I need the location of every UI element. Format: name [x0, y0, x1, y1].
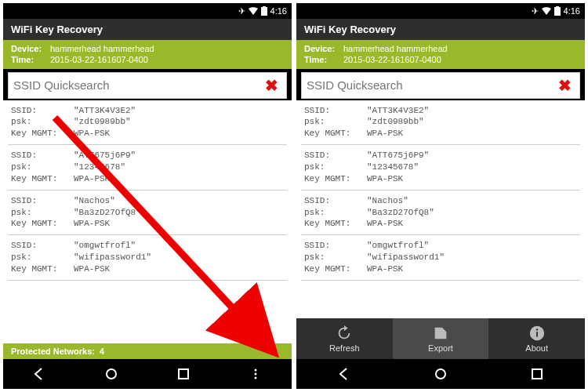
search-input[interactable] — [307, 78, 555, 92]
list-item[interactable]: SSID:"Nachos" psk:"Ba3zD27OfQ8" Key MGMT… — [301, 191, 580, 236]
battery-icon — [261, 6, 267, 16]
overflow-menu-button[interactable] — [243, 361, 268, 387]
svg-point-12 — [436, 369, 445, 379]
svg-rect-13 — [532, 369, 542, 379]
svg-rect-8 — [556, 6, 559, 8]
search-row: ✖ — [8, 72, 287, 99]
svg-rect-10 — [536, 332, 538, 336]
home-button[interactable] — [99, 361, 124, 387]
svg-point-4 — [255, 369, 257, 372]
airplane-icon: ✈ — [532, 6, 539, 16]
list-item[interactable]: SSID:"omgwtfrofl" psk:"wifipassword1" Ke… — [8, 235, 287, 281]
refresh-icon — [336, 325, 353, 342]
nav-bar — [296, 359, 585, 389]
svg-rect-7 — [554, 7, 561, 16]
status-time: 4:16 — [270, 6, 287, 16]
app-title: WiFi Key Recovery — [3, 19, 292, 40]
svg-point-11 — [535, 328, 537, 330]
wifi-icon — [542, 7, 551, 15]
status-bar: ✈ 4:16 — [3, 3, 292, 19]
device-label: Device: — [11, 43, 45, 54]
export-button[interactable]: Export — [393, 318, 489, 359]
recent-button[interactable] — [524, 361, 550, 387]
refresh-button[interactable]: Refresh — [296, 318, 393, 359]
meta-bar: Device:hammerhead hammerhead Time:2015-0… — [296, 40, 585, 69]
airplane-icon: ✈ — [238, 6, 245, 16]
device-value: hammerhead hammerhead — [343, 43, 448, 54]
list-item[interactable]: SSID:"ATT3K4V3E2" psk:"zdt0989bb" Key MG… — [8, 100, 287, 146]
search-row: ✖ — [301, 72, 580, 99]
app-title: WiFi Key Recovery — [296, 19, 585, 40]
time-value: 2015-03-22-161607-0400 — [50, 54, 148, 65]
device-value: hammerhead hammerhead — [50, 43, 154, 54]
back-button[interactable] — [27, 361, 52, 387]
network-list: SSID:"ATT3K4V3E2" psk:"zdt0989bb" Key MG… — [3, 100, 292, 343]
list-item[interactable]: SSID:"ATT675j6P9" psk:"12345678" Key MGM… — [8, 145, 287, 191]
time-label: Time: — [304, 54, 339, 65]
export-icon — [432, 325, 449, 342]
time-value: 2015-03-22-161607-0400 — [343, 54, 441, 65]
list-item[interactable]: SSID:"Nachos" psk:"Ba3zD27OfQ8" Key MGMT… — [8, 191, 287, 236]
status-time: 4:16 — [564, 6, 580, 16]
recent-button[interactable] — [171, 361, 196, 387]
svg-point-2 — [107, 369, 116, 379]
list-item[interactable]: SSID:"omgwtfrofl" psk:"wifipassword1" Ke… — [301, 235, 580, 281]
nav-bar — [3, 359, 292, 389]
time-label: Time: — [11, 54, 45, 65]
svg-point-6 — [255, 377, 257, 379]
back-button[interactable] — [332, 361, 357, 387]
svg-rect-3 — [179, 369, 188, 379]
meta-bar: Device:hammerhead hammerhead Time:2015-0… — [3, 40, 292, 69]
home-button[interactable] — [428, 361, 453, 387]
about-button[interactable]: About — [488, 318, 585, 359]
svg-rect-0 — [261, 7, 267, 16]
svg-rect-1 — [263, 6, 266, 8]
phone-right: ✈ 4:16 WiFi Key Recovery Device:hammerhe… — [296, 3, 585, 389]
svg-point-5 — [255, 373, 257, 376]
battery-icon — [554, 6, 561, 16]
device-label: Device: — [304, 43, 339, 54]
footer-status: Protected Networks: 4 — [3, 343, 292, 359]
overflow-menu: Refresh Export About — [296, 318, 585, 359]
search-input[interactable] — [13, 78, 262, 92]
wifi-icon — [249, 7, 258, 15]
list-item[interactable]: SSID:"ATT3K4V3E2" psk:"zdt0989bb" Key MG… — [301, 100, 580, 146]
network-list: SSID:"ATT3K4V3E2" psk:"zdt0989bb" Key MG… — [296, 100, 585, 318]
clear-icon[interactable]: ✖ — [262, 76, 281, 95]
clear-icon[interactable]: ✖ — [555, 76, 575, 95]
phone-left: ✈ 4:16 WiFi Key Recovery Device:hammerhe… — [3, 3, 292, 389]
info-icon — [528, 325, 546, 342]
list-item[interactable]: SSID:"ATT675j6P9" psk:"12345678" Key MGM… — [301, 145, 580, 191]
status-bar: ✈ 4:16 — [296, 3, 585, 19]
